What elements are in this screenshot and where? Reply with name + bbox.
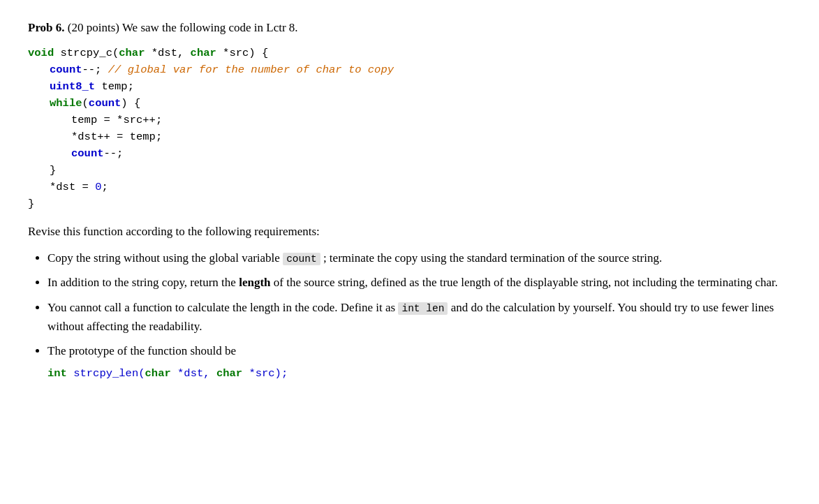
bullet-2: In addition to the string copy, return t…	[47, 273, 791, 292]
bullet-1-before: Copy the string without using the global…	[47, 251, 283, 265]
proto-kw-char1: char	[145, 367, 171, 380]
bullet-4-text: The prototype of the function should be	[47, 344, 236, 357]
bullet-3: You cannot call a function to calculate …	[47, 298, 791, 336]
code-line-4: while(count) {	[50, 95, 791, 112]
bullet-1: Copy the string without using the global…	[47, 249, 791, 267]
kw-count-while: count	[89, 97, 121, 110]
kw-uint8: uint8_t	[50, 80, 95, 93]
code-line-1: void strcpy_c(char *dst, char *src) {	[28, 45, 791, 61]
inline-code-count: count	[283, 253, 320, 265]
kw-while: while	[50, 97, 82, 110]
code-line-7: count--;	[71, 145, 791, 162]
prob-label: Prob 6.	[28, 21, 65, 34]
prob-text: (20 points) We saw the following code in…	[65, 21, 298, 34]
kw-char1: char	[119, 47, 145, 59]
bold-length: length	[239, 276, 270, 289]
proto-kw-char2: char	[216, 367, 242, 380]
kw-count-inner: count	[71, 147, 104, 160]
proto-dst: *dst,	[171, 367, 216, 380]
kw-char2: char	[191, 47, 216, 59]
code-line-9: *dst = 0;	[50, 179, 791, 195]
proto-funcname: strcpy_len(	[67, 367, 145, 380]
revise-intro: Revise this function according to the fo…	[28, 225, 791, 239]
code-block: void strcpy_c(char *dst, char *src) { co…	[28, 45, 791, 212]
bullet-2-after: of the source string, defined as the tru…	[271, 276, 779, 289]
proto-src: *src);	[242, 367, 288, 380]
bullet-2-before: In addition to the string copy, return t…	[47, 276, 239, 289]
bullet-3-before: You cannot call a function to calculate …	[47, 301, 398, 314]
code-line-6: *dst++ = temp;	[71, 128, 791, 145]
inline-code-intlen: int len	[398, 302, 448, 315]
proto-kw-int: int	[47, 367, 67, 380]
code-line-3: uint8_t temp;	[50, 78, 791, 95]
num-zero: 0	[95, 181, 101, 193]
kw-count1: count	[50, 64, 82, 76]
kw-void: void	[28, 47, 54, 59]
prob-heading: Prob 6. (20 points) We saw the following…	[28, 21, 791, 35]
prototype-code: int strcpy_len(char *dst, char *src);	[47, 367, 791, 380]
code-line-8: }	[50, 162, 791, 179]
bullet-4: The prototype of the function should be	[47, 341, 791, 360]
code-line-10: }	[28, 195, 791, 212]
code-line-2: count--; // global var for the number of…	[50, 61, 791, 78]
bullet-list: Copy the string without using the global…	[47, 249, 791, 360]
code-line-5: temp = *src++;	[71, 112, 791, 128]
bullet-1-after: ; terminate the copy using the standard …	[320, 251, 663, 265]
comment-global: // global var for the number of char to …	[108, 64, 394, 76]
